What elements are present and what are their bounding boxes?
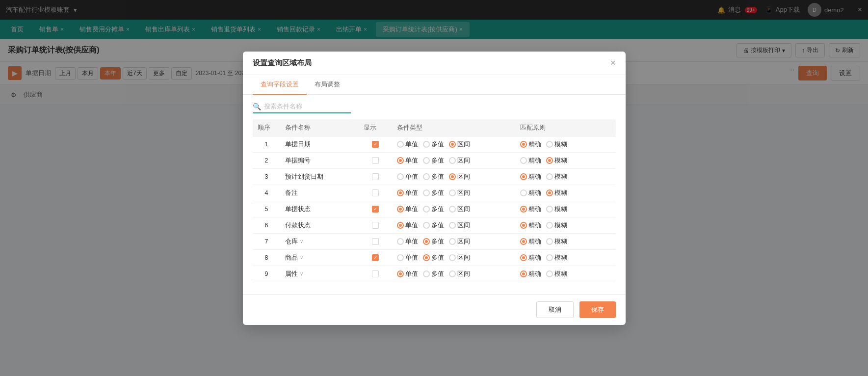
- tab-query-fields[interactable]: 查询字段设置: [253, 75, 307, 95]
- dialog-body: 🔍 顺序 条件名称 显示 条件类型 匹配原则: [243, 95, 626, 106]
- settings-dialog: 设置查询区域布局 × 查询字段设置 布局调整 🔍: [243, 52, 626, 106]
- dialog-tabs: 查询字段设置 布局调整: [243, 75, 626, 95]
- modal-overlay: 设置查询区域布局 × 查询字段设置 布局调整 🔍: [0, 0, 868, 105]
- search-icon: 🔍: [253, 103, 261, 106]
- dialog-title: 设置查询区域布局: [253, 58, 312, 68]
- dialog-header: 设置查询区域布局 ×: [243, 52, 626, 75]
- dialog-close-button[interactable]: ×: [610, 58, 616, 67]
- search-input[interactable]: [264, 103, 351, 105]
- tab-layout-adjust[interactable]: 布局调整: [307, 75, 348, 95]
- condition-search-bar: 🔍: [253, 103, 351, 106]
